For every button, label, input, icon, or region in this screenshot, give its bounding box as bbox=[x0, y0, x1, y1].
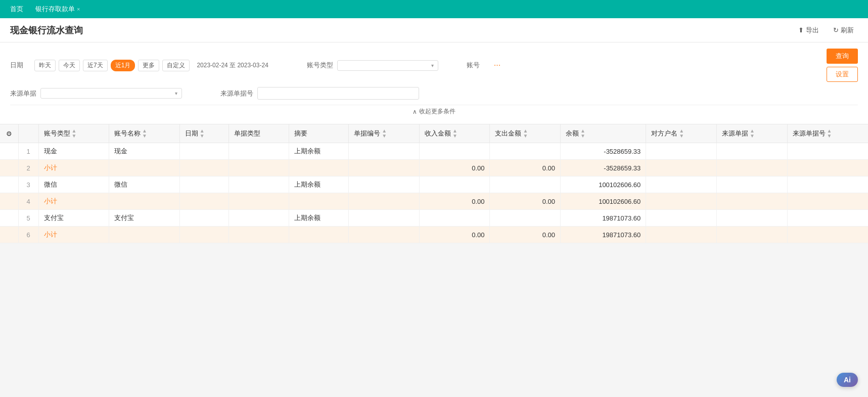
th-account-name[interactable]: 账号名称▲▼ bbox=[109, 124, 180, 143]
date-btn-更多[interactable]: 更多 bbox=[138, 60, 159, 71]
account-label: 账号 bbox=[467, 61, 487, 70]
settings-button[interactable]: 设置 bbox=[827, 67, 858, 82]
table-cell bbox=[787, 160, 868, 177]
table-cell bbox=[229, 143, 289, 160]
table-cell bbox=[0, 227, 18, 243]
table-cell: 6 bbox=[18, 227, 38, 243]
table-cell bbox=[490, 210, 561, 227]
th-account-name-label: 账号名称 bbox=[114, 129, 141, 138]
table-cell bbox=[349, 177, 420, 193]
th-income[interactable]: 收入金额▲▼ bbox=[419, 124, 490, 143]
table-cell bbox=[716, 193, 787, 210]
date-btn-近1月[interactable]: 近1月 bbox=[111, 60, 135, 71]
filter-area: 日期 昨天今天近7天近1月更多自定义 2023-02-24 至 2023-03-… bbox=[0, 42, 868, 124]
table-cell bbox=[229, 210, 289, 227]
table-cell: 0.00 bbox=[490, 193, 561, 210]
th-income-label: 收入金额 bbox=[425, 129, 451, 138]
th-source-doc-num[interactable]: 来源单据号▲▼ bbox=[787, 124, 868, 143]
table-cell: 现金 bbox=[38, 143, 109, 160]
th-gear[interactable]: ⚙ bbox=[0, 124, 18, 143]
table-cell: 现金 bbox=[109, 143, 180, 160]
filter-row-2: 来源单据 ▾ 来源单据号 bbox=[10, 87, 858, 100]
table-cell: 0.00 bbox=[490, 160, 561, 177]
table-cell bbox=[109, 160, 180, 177]
date-btn-自定义[interactable]: 自定义 bbox=[162, 60, 190, 71]
table-cell: -3528659.33 bbox=[561, 160, 646, 177]
th-idx bbox=[18, 124, 38, 143]
th-date[interactable]: 日期▲▼ bbox=[179, 124, 229, 143]
source-doc-num-filter-group: 来源单据号 bbox=[220, 87, 419, 100]
table-cell bbox=[179, 227, 229, 243]
sort-icon-balance: ▲▼ bbox=[580, 128, 585, 139]
table-cell: 上期余额 bbox=[289, 210, 349, 227]
source-doc-filter-group: 来源单据 ▾ bbox=[10, 88, 182, 99]
close-icon[interactable]: × bbox=[77, 6, 80, 12]
date-range-display: 2023-02-24 至 2023-03-24 bbox=[197, 61, 268, 70]
table-cell bbox=[179, 177, 229, 193]
sort-icon-source-doc: ▲▼ bbox=[750, 128, 755, 139]
table-cell bbox=[419, 143, 490, 160]
table-cell: 1 bbox=[18, 143, 38, 160]
chevron-down-icon: ▾ bbox=[431, 63, 434, 68]
collapse-up-icon: ∧ bbox=[413, 108, 417, 115]
th-doc-num[interactable]: 单据编号▲▼ bbox=[349, 124, 420, 143]
account-type-select[interactable]: ▾ bbox=[337, 60, 438, 71]
th-counterpart[interactable]: 对方户名▲▼ bbox=[646, 124, 717, 143]
sort-icon-doc-num: ▲▼ bbox=[382, 128, 387, 139]
export-button[interactable]: ⬆ 导出 bbox=[794, 24, 823, 37]
date-btn-近7天[interactable]: 近7天 bbox=[83, 60, 108, 71]
table-cell bbox=[179, 160, 229, 177]
query-button[interactable]: 查询 bbox=[827, 49, 858, 64]
table-cell bbox=[0, 143, 18, 160]
table-cell bbox=[179, 143, 229, 160]
table-cell bbox=[787, 143, 868, 160]
sort-icon-date: ▲▼ bbox=[200, 128, 205, 139]
table-cell bbox=[716, 227, 787, 243]
table-cell bbox=[289, 227, 349, 243]
date-btn-昨天[interactable]: 昨天 bbox=[34, 60, 56, 71]
th-doc-type-label: 单据类型 bbox=[234, 129, 260, 137]
table-cell bbox=[0, 193, 18, 210]
top-nav: 首页 收款单 ×付款单 ×其他收入单 ×应收应付调整单 ×银行存取款单 ×预收冲… bbox=[0, 0, 868, 18]
th-counterpart-label: 对方户名 bbox=[651, 129, 677, 138]
sort-icon-source-doc-num: ▲▼ bbox=[827, 128, 832, 139]
collapse-button[interactable]: ∧ 收起更多条件 bbox=[10, 105, 858, 118]
table-cell bbox=[646, 193, 717, 210]
th-account-type-label: 账号类型 bbox=[44, 129, 70, 138]
th-source-doc[interactable]: 来源单据▲▼ bbox=[716, 124, 787, 143]
th-source-doc-num-label: 来源单据号 bbox=[793, 129, 826, 138]
account-type-filter-group: 账号类型 ▾ bbox=[307, 60, 438, 71]
table-cell bbox=[349, 193, 420, 210]
table-cell: 微信 bbox=[109, 177, 180, 193]
refresh-button[interactable]: ↻ 刷新 bbox=[829, 24, 858, 37]
table-cell bbox=[0, 160, 18, 177]
table-cell: 上期余额 bbox=[289, 177, 349, 193]
table-cell bbox=[419, 177, 490, 193]
table-cell bbox=[490, 143, 561, 160]
nav-home[interactable]: 首页 bbox=[4, 0, 29, 18]
table-cell bbox=[646, 210, 717, 227]
account-type-label: 账号类型 bbox=[307, 61, 333, 70]
th-account-type[interactable]: 账号类型▲▼ bbox=[38, 124, 109, 143]
source-doc-num-input[interactable] bbox=[257, 87, 419, 100]
refresh-icon: ↻ bbox=[833, 26, 839, 34]
table-row: 4小计0.000.00100102606.60 bbox=[0, 193, 868, 210]
account-dots[interactable]: ··· bbox=[491, 61, 504, 70]
table-cell bbox=[179, 210, 229, 227]
th-expense[interactable]: 支出金额▲▼ bbox=[490, 124, 561, 143]
th-date-label: 日期 bbox=[185, 129, 198, 138]
table-cell: 微信 bbox=[38, 177, 109, 193]
header-actions: ⬆ 导出 ↻ 刷新 bbox=[794, 24, 858, 37]
table-cell: 19871073.60 bbox=[561, 210, 646, 227]
nav-tab-银行存取款单[interactable]: 银行存取款单 × bbox=[29, 0, 99, 18]
table-cell bbox=[787, 177, 868, 193]
th-balance[interactable]: 余额▲▼ bbox=[561, 124, 646, 143]
date-btn-今天[interactable]: 今天 bbox=[59, 60, 80, 71]
page-header: 现金银行流水查询 ⬆ 导出 ↻ 刷新 bbox=[0, 18, 868, 42]
table-cell: 100102606.60 bbox=[561, 193, 646, 210]
source-doc-select[interactable]: ▾ bbox=[40, 88, 182, 99]
table-cell: 上期余额 bbox=[289, 143, 349, 160]
table-cell: 小计 bbox=[38, 193, 109, 210]
source-doc-label: 来源单据 bbox=[10, 89, 36, 98]
table-cell bbox=[787, 227, 868, 243]
